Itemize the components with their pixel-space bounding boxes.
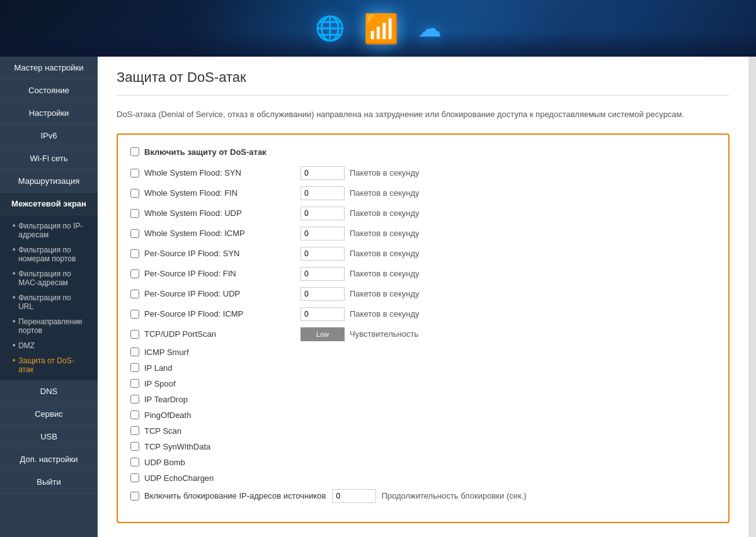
syn-flood-row: Whole System Flood: SYN Пакетов в секунд… (130, 166, 716, 180)
udp-bomb-checkbox[interactable] (130, 458, 139, 466)
udp-echochargen-label[interactable]: UDP EchoChargen (130, 473, 214, 483)
globe-icon: 🌐 (315, 14, 345, 42)
block-ip-row: Включить блокирование IP-адресов источни… (130, 489, 716, 503)
per-udp-input[interactable] (301, 287, 345, 301)
syn-flood-input[interactable] (301, 166, 345, 180)
enable-dos-label[interactable]: Включить защиту от DoS-атак (130, 147, 266, 157)
per-icmp-input[interactable] (301, 307, 345, 321)
per-syn-input[interactable] (301, 247, 345, 261)
sidebar-item-port-filter[interactable]: Фильтрация по номерам портов (0, 242, 98, 266)
ip-teardrop-label[interactable]: IP TearDrop (130, 395, 188, 404)
sidebar-item-logout[interactable]: Выйти (0, 471, 98, 494)
per-fin-label[interactable]: Per-Source IP Flood: FIN (130, 269, 294, 278)
syn-flood-label[interactable]: Whole System Flood: SYN (130, 168, 294, 178)
fin-flood-input[interactable] (301, 186, 345, 200)
per-udp-unit: Пакетов в секунду (350, 289, 420, 298)
tcp-scan-row: TCP Scan (130, 426, 716, 436)
block-ip-label[interactable]: Включить блокирование IP-адресов источни… (130, 491, 326, 500)
per-syn-checkbox[interactable] (130, 249, 139, 258)
block-ip-checkbox[interactable] (130, 492, 139, 500)
icmp-flood-label[interactable]: Whole System Flood: ICMP (130, 229, 294, 238)
udp-flood-row: Whole System Flood: UDP Пакетов в секунд… (130, 206, 716, 220)
ip-spoof-label[interactable]: IP Spoof (130, 379, 176, 388)
ip-spoof-checkbox[interactable] (130, 379, 139, 388)
fin-flood-unit: Пакетов в секунду (350, 188, 420, 198)
sidebar-item-dmz[interactable]: DMZ (0, 338, 98, 353)
sidebar-item-wifi[interactable]: Wi-Fi сеть (0, 147, 98, 170)
sidebar-item-mac-filter[interactable]: Фильтрация по MAC-адресам (0, 266, 98, 290)
per-fin-input[interactable] (301, 267, 345, 281)
udp-bomb-row: UDP Bomb (130, 458, 716, 467)
per-icmp-checkbox[interactable] (130, 310, 139, 319)
sidebar-item-usb[interactable]: USB (0, 426, 98, 448)
per-udp-label[interactable]: Per-Source IP Flood: UDP (130, 289, 294, 298)
sidebar-item-port-fwd[interactable]: Перенаправление портов (0, 314, 98, 338)
icmp-smurf-row: ICMP Smurf (130, 348, 716, 357)
sidebar-item-master[interactable]: Мастер настройки (0, 57, 98, 79)
per-icmp-unit: Пакетов в секунду (350, 309, 420, 319)
scrollbar[interactable] (748, 57, 756, 537)
udp-bomb-label[interactable]: UDP Bomb (130, 458, 185, 467)
block-ip-unit: Продолжительность блокировки (сек.) (381, 491, 526, 500)
tcp-synwithdata-label[interactable]: TCP SynWithData (130, 442, 210, 451)
sidebar-item-extra[interactable]: Доп. настройки (0, 448, 98, 471)
sidebar-item-ipv6[interactable]: IPv6 (0, 125, 98, 147)
udp-echochargen-checkbox[interactable] (130, 473, 139, 482)
portscan-label[interactable]: TCP/UDP PortScan (130, 329, 294, 339)
ping-of-death-label[interactable]: PingOfDeath (130, 410, 191, 420)
icmp-smurf-label[interactable]: ICMP Smurf (130, 348, 189, 357)
sidebar-item-status[interactable]: Состояние (0, 79, 98, 102)
ip-land-checkbox[interactable] (130, 363, 139, 372)
sidebar-item-dos[interactable]: Защита от DoS-атак (0, 353, 98, 377)
udp-echochargen-row: UDP EchoChargen (130, 473, 716, 483)
per-udp-row: Per-Source IP Flood: UDP Пакетов в секун… (130, 287, 716, 301)
page-description: DoS-атака (Denial of Service, отказ в об… (117, 108, 730, 121)
udp-flood-checkbox[interactable] (130, 209, 139, 218)
icmp-flood-checkbox[interactable] (130, 229, 139, 238)
icmp-smurf-checkbox[interactable] (130, 348, 139, 356)
ping-of-death-checkbox[interactable] (130, 410, 139, 419)
syn-flood-checkbox[interactable] (130, 169, 139, 178)
tcp-synwithdata-checkbox[interactable] (130, 442, 139, 451)
page-title: Защита от DoS-атак (117, 69, 730, 86)
icmp-flood-unit: Пакетов в секунду (350, 229, 420, 238)
enable-dos-text: Включить защиту от DoS-атак (144, 147, 266, 157)
sidebar-item-url-filter[interactable]: Фильтрация по URL (0, 290, 98, 314)
portscan-row: TCP/UDP PortScan Low Чувствительность (130, 327, 716, 341)
content-area: Защита от DoS-атак DoS-атака (Denial of … (98, 57, 748, 537)
ip-land-row: IP Land (130, 363, 716, 373)
tcp-scan-label[interactable]: TCP Scan (130, 426, 181, 436)
per-fin-checkbox[interactable] (130, 269, 139, 278)
ping-of-death-row: PingOfDeath (130, 410, 716, 420)
per-syn-unit: Пакетов в секунду (350, 249, 420, 258)
tcp-synwithdata-row: TCP SynWithData (130, 442, 716, 451)
per-udp-checkbox[interactable] (130, 290, 139, 298)
icmp-flood-input[interactable] (301, 227, 345, 240)
title-divider (117, 95, 730, 96)
portscan-checkbox[interactable] (130, 330, 139, 339)
sidebar-item-ip-filter[interactable]: Фильтрация по IP-адресам (0, 218, 98, 242)
ip-teardrop-checkbox[interactable] (130, 395, 139, 404)
fin-flood-checkbox[interactable] (130, 189, 139, 198)
per-icmp-label[interactable]: Per-Source IP Flood: ICMP (130, 309, 294, 319)
sensitivity-button[interactable]: Low (301, 327, 345, 341)
tcp-scan-checkbox[interactable] (130, 426, 139, 435)
ip-teardrop-row: IP TearDrop (130, 395, 716, 404)
per-syn-label[interactable]: Per-Source IP Flood: SYN (130, 249, 294, 258)
ip-spoof-row: IP Spoof (130, 379, 716, 388)
sidebar-item-firewall[interactable]: Межсетевой экран (0, 193, 98, 215)
sidebar-item-dns[interactable]: DNS (0, 380, 98, 403)
per-syn-row: Per-Source IP Flood: SYN Пакетов в секун… (130, 247, 716, 261)
fin-flood-row: Whole System Flood: FIN Пакетов в секунд… (130, 186, 716, 200)
udp-flood-label[interactable]: Whole System Flood: UDP (130, 208, 294, 218)
fin-flood-label[interactable]: Whole System Flood: FIN (130, 188, 294, 198)
sidebar-item-service[interactable]: Сервис (0, 403, 98, 426)
enable-dos-checkbox[interactable] (130, 147, 139, 156)
udp-flood-input[interactable] (301, 206, 345, 220)
per-fin-row: Per-Source IP Flood: FIN Пакетов в секун… (130, 267, 716, 281)
sidebar-item-routing[interactable]: Маршрутизация (0, 170, 98, 193)
sensitivity-unit: Чувствительность (350, 329, 418, 339)
sidebar-item-settings[interactable]: Настройки (0, 102, 98, 125)
ip-land-label[interactable]: IP Land (130, 363, 173, 373)
block-ip-input[interactable] (332, 489, 376, 503)
